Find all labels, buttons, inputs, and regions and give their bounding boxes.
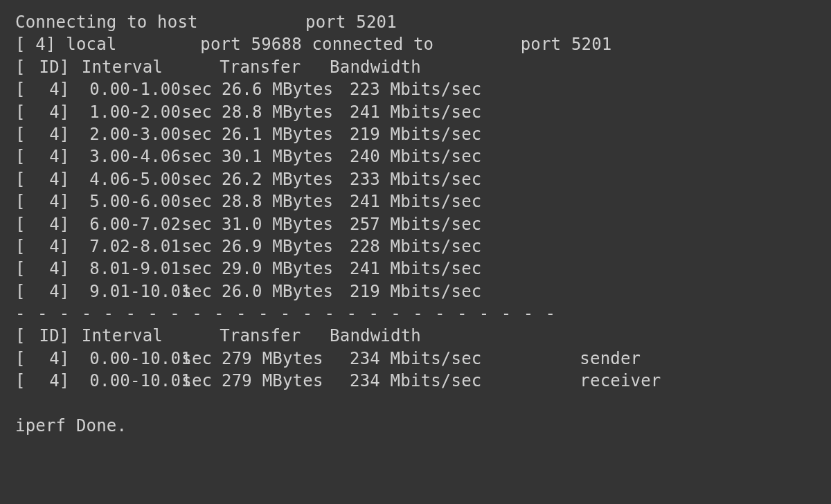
header-bandwidth: Bandwidth xyxy=(330,56,421,78)
row-interval: 8.01-9.01 xyxy=(69,258,181,280)
row-bandwidth: 219 Mbits/sec xyxy=(350,280,510,303)
connecting-prefix: Connecting to host xyxy=(15,11,305,33)
row-id: 4 xyxy=(26,78,60,100)
table-row: [4]1.00-2.00sec28.8 MBytes241 Mbits/sec xyxy=(15,101,816,123)
row-transfer: 279 MBytes xyxy=(222,348,350,370)
row-id: 4 xyxy=(26,235,60,258)
summary-rows: [4]0.00-10.01sec279 MBytes234 Mbits/secs… xyxy=(15,348,816,393)
row-transfer: 31.0 MBytes xyxy=(222,213,350,235)
header-id: ID xyxy=(26,325,60,347)
row-role: receiver xyxy=(510,370,661,392)
row-unit: sec xyxy=(181,370,222,392)
terminal-output: Connecting to host port 5201 [ 4] local … xyxy=(15,11,816,437)
row-transfer: 26.2 MBytes xyxy=(222,168,350,190)
row-id: 4 xyxy=(26,348,60,370)
local-end: port 5201 xyxy=(521,33,612,55)
row-interval: 0.00-10.01 xyxy=(69,370,181,392)
header-interval: Interval xyxy=(69,56,220,78)
row-interval: 9.01-10.01 xyxy=(69,280,181,303)
row-unit: sec xyxy=(181,101,222,123)
row-interval: 0.00-10.01 xyxy=(69,348,181,370)
row-interval: 2.00-3.00 xyxy=(69,123,181,145)
separator-line: - - - - - - - - - - - - - - - - - - - - … xyxy=(15,303,816,325)
row-unit: sec xyxy=(181,168,222,190)
table-row: [4]2.00-3.00sec26.1 MBytes219 Mbits/sec xyxy=(15,123,816,145)
row-unit: sec xyxy=(181,213,222,235)
row-id: 4 xyxy=(26,190,60,213)
row-unit: sec xyxy=(181,348,222,370)
row-transfer: 30.1 MBytes xyxy=(222,145,350,168)
row-id: 4 xyxy=(26,145,60,168)
row-transfer: 26.0 MBytes xyxy=(222,280,350,303)
row-transfer: 26.1 MBytes xyxy=(222,123,350,145)
row-role: sender xyxy=(510,348,641,370)
summary-row: [4]0.00-10.01sec279 MBytes234 Mbits/secs… xyxy=(15,348,816,370)
table-row: [4]6.00-7.02sec31.0 MBytes257 Mbits/sec xyxy=(15,213,816,235)
row-id: 4 xyxy=(26,101,60,123)
row-unit: sec xyxy=(181,78,222,100)
row-interval: 0.00-1.00 xyxy=(69,78,181,100)
row-bandwidth: 241 Mbits/sec xyxy=(350,101,510,123)
row-bandwidth: 257 Mbits/sec xyxy=(350,213,510,235)
connecting-line: Connecting to host port 5201 xyxy=(15,11,816,33)
row-unit: sec xyxy=(181,190,222,213)
row-id: 4 xyxy=(26,258,60,280)
header-bandwidth: Bandwidth xyxy=(330,325,421,347)
row-id: 4 xyxy=(26,213,60,235)
row-transfer: 29.0 MBytes xyxy=(222,258,350,280)
row-interval: 3.00-4.06 xyxy=(69,145,181,168)
row-unit: sec xyxy=(181,258,222,280)
row-bandwidth: 233 Mbits/sec xyxy=(350,168,510,190)
row-interval: 1.00-2.00 xyxy=(69,101,181,123)
summary-row: [4]0.00-10.01sec279 MBytes234 Mbits/secr… xyxy=(15,370,816,392)
header-transfer: Transfer xyxy=(220,325,330,347)
done-line: iperf Done. xyxy=(15,415,816,437)
row-bandwidth: 223 Mbits/sec xyxy=(350,78,510,100)
row-interval: 7.02-8.01 xyxy=(69,235,181,258)
header-transfer: Transfer xyxy=(220,56,330,78)
local-prefix: [ 4] local xyxy=(15,33,200,55)
row-interval: 6.00-7.02 xyxy=(69,213,181,235)
summary-header: [ ID] Interval Transfer Bandwidth xyxy=(15,325,816,347)
row-unit: sec xyxy=(181,123,222,145)
table-row: [4]0.00-1.00sec26.6 MBytes223 Mbits/sec xyxy=(15,78,816,100)
blank-line xyxy=(15,393,816,415)
local-line: [ 4] local port 59688 connected to port … xyxy=(15,33,816,55)
row-id: 4 xyxy=(26,123,60,145)
row-bandwidth: 240 Mbits/sec xyxy=(350,145,510,168)
row-transfer: 28.8 MBytes xyxy=(222,190,350,213)
row-unit: sec xyxy=(181,280,222,303)
interval-rows: [4]0.00-1.00sec26.6 MBytes223 Mbits/sec[… xyxy=(15,78,816,303)
row-bandwidth: 234 Mbits/sec xyxy=(350,348,510,370)
header-interval: Interval xyxy=(69,325,220,347)
row-bandwidth: 219 Mbits/sec xyxy=(350,123,510,145)
row-bandwidth: 241 Mbits/sec xyxy=(350,258,510,280)
local-mid: port 59688 connected to xyxy=(200,33,520,55)
row-transfer: 28.8 MBytes xyxy=(222,101,350,123)
row-transfer: 26.9 MBytes xyxy=(222,235,350,258)
table-row: [4]7.02-8.01sec26.9 MBytes228 Mbits/sec xyxy=(15,235,816,258)
table-row: [4]5.00-6.00sec28.8 MBytes241 Mbits/sec xyxy=(15,190,816,213)
row-id: 4 xyxy=(26,370,60,392)
row-bandwidth: 234 Mbits/sec xyxy=(350,370,510,392)
row-interval: 5.00-6.00 xyxy=(69,190,181,213)
row-unit: sec xyxy=(181,145,222,168)
connecting-port: port 5201 xyxy=(305,11,397,33)
table-row: [4]4.06-5.00sec26.2 MBytes233 Mbits/sec xyxy=(15,168,816,190)
row-unit: sec xyxy=(181,235,222,258)
table-header: [ ID] Interval Transfer Bandwidth xyxy=(15,56,816,78)
table-row: [4]9.01-10.01sec26.0 MBytes219 Mbits/sec xyxy=(15,280,816,303)
row-id: 4 xyxy=(26,168,60,190)
row-transfer: 26.6 MBytes xyxy=(222,78,350,100)
row-id: 4 xyxy=(26,280,60,303)
row-transfer: 279 MBytes xyxy=(222,370,350,392)
table-row: [4]3.00-4.06sec30.1 MBytes240 Mbits/sec xyxy=(15,145,816,168)
row-bandwidth: 228 Mbits/sec xyxy=(350,235,510,258)
row-interval: 4.06-5.00 xyxy=(69,168,181,190)
row-bandwidth: 241 Mbits/sec xyxy=(350,190,510,213)
table-row: [4]8.01-9.01sec29.0 MBytes241 Mbits/sec xyxy=(15,258,816,280)
header-id: ID xyxy=(26,56,60,78)
